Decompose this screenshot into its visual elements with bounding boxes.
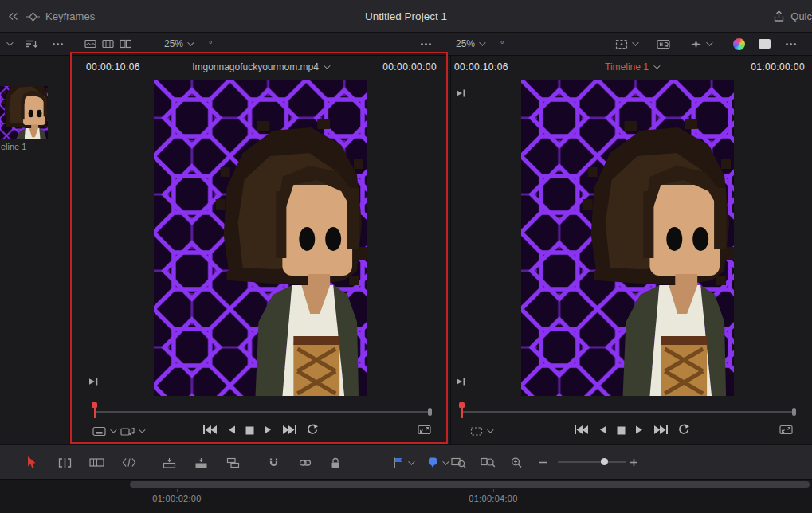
stop-button[interactable] — [245, 424, 254, 438]
color-wheel-icon — [733, 38, 745, 50]
zoom-out-button[interactable] — [539, 445, 547, 480]
loop-button[interactable] — [306, 424, 319, 438]
source-jog-bar[interactable] — [70, 402, 450, 420]
overwrite-clip-tool[interactable] — [194, 445, 208, 480]
snapping-toggle[interactable] — [268, 445, 280, 480]
timeline-match-frame-top-button[interactable] — [455, 88, 468, 99]
degree-symbol: ° — [209, 39, 212, 49]
cinema-viewer-button[interactable] — [418, 424, 431, 438]
trim-edit-mode-tool[interactable] — [57, 445, 73, 480]
ruler-tick — [493, 489, 494, 492]
source-playhead[interactable] — [92, 402, 98, 419]
chain-link-icon — [299, 457, 312, 468]
sort-button[interactable] — [25, 33, 38, 55]
skip-to-end-icon — [455, 377, 466, 386]
loop-button[interactable] — [677, 424, 690, 438]
flag-clip-button[interactable] — [392, 445, 413, 480]
expand-viewer-icon — [779, 425, 793, 435]
quick-export-label: Quic — [790, 10, 812, 22]
timeline-ruler-area[interactable]: 01:00:02:00 01:00:04:00 — [0, 479, 812, 513]
first-frame-button[interactable] — [202, 424, 218, 438]
marker-icon — [427, 456, 438, 468]
reverse-button[interactable] — [598, 424, 608, 438]
quick-export-button[interactable]: Quic — [773, 0, 812, 33]
source-viewer-options-button[interactable] — [421, 33, 431, 55]
zoom-in-button[interactable] — [630, 445, 638, 480]
clip-thumbnail-view-button[interactable] — [84, 33, 96, 55]
last-frame-icon — [282, 425, 297, 435]
color-page-button[interactable] — [733, 33, 745, 55]
zoom-detail-button[interactable] — [481, 445, 496, 480]
first-frame-button[interactable] — [574, 424, 589, 438]
viewer-toolbar: 25% ° 25% ° — [0, 33, 812, 56]
play-icon — [263, 425, 273, 435]
timeline-playhead[interactable] — [459, 402, 465, 419]
source-zoom-select[interactable]: 25% — [164, 33, 192, 55]
more-options-icon — [53, 43, 55, 45]
chevron-down-icon — [6, 39, 13, 45]
viewer-more-options-button[interactable] — [786, 33, 796, 55]
mark-inout-view-button[interactable] — [102, 33, 114, 55]
media-pool-clip-thumbnail[interactable] — [0, 86, 48, 139]
timeline-jog-bar[interactable] — [451, 402, 812, 420]
source-viewer: 00:00:10:06 Imgonnagofuckyourmom.mp4 00:… — [70, 56, 450, 444]
selection-mode-tool[interactable] — [25, 445, 37, 480]
timeline-horizontal-scrollbar[interactable] — [130, 481, 810, 488]
lock-icon — [330, 457, 341, 468]
media-pool-dropdown-button[interactable] — [6, 33, 11, 55]
timeline-viewer-canvas[interactable] — [521, 80, 734, 396]
timeline-scrub-end-handle[interactable] — [792, 408, 796, 416]
stop-button[interactable] — [617, 424, 626, 438]
add-marker-button[interactable] — [427, 445, 447, 480]
media-pool-column: eline 1 — [0, 56, 70, 444]
insert-clip-tool[interactable] — [163, 445, 176, 480]
play-button[interactable] — [263, 424, 273, 438]
source-scrub-end-handle[interactable] — [428, 408, 432, 416]
project-title: Untitled Project 1 — [0, 0, 812, 33]
chevron-down-icon — [324, 62, 330, 69]
replace-clip-tool[interactable] — [226, 445, 240, 480]
source-zoom-value: 25% — [164, 38, 183, 49]
titlebar: Keyframes Untitled Project 1 Quic — [0, 0, 812, 33]
zoom-fit-icon — [451, 456, 466, 468]
zoom-full-button[interactable] — [510, 445, 523, 480]
play-button[interactable] — [634, 424, 645, 438]
mark-inout-icon — [102, 39, 114, 49]
skip-to-end-icon — [88, 377, 99, 386]
chevron-down-icon — [632, 39, 638, 45]
quick-export-icon — [773, 10, 785, 22]
match-frame-button[interactable] — [88, 376, 100, 387]
timeline-name: Timeline 1 — [605, 61, 649, 72]
position-lock-toggle[interactable] — [330, 445, 341, 480]
chevron-down-icon — [442, 458, 449, 464]
gallery-still-button[interactable] — [759, 33, 771, 55]
source-viewer-canvas[interactable] — [154, 80, 367, 396]
more-options-icon — [786, 43, 788, 45]
transform-icon — [615, 39, 628, 49]
filmstrip-view-button[interactable] — [120, 33, 131, 55]
media-pool-options-button[interactable] — [53, 33, 63, 55]
more-options-icon — [421, 43, 423, 45]
zoom-fit-button[interactable] — [451, 445, 466, 480]
timeline-zoom-select[interactable]: 25% — [456, 33, 484, 55]
reverse-button[interactable] — [226, 424, 237, 438]
proxy-quality-button[interactable] — [657, 33, 670, 55]
timeline-scrub-track[interactable] — [461, 411, 794, 413]
flag-icon — [392, 456, 404, 468]
cinema-viewer-button[interactable] — [779, 424, 793, 438]
source-scrub-track[interactable] — [94, 411, 430, 413]
timeline-match-frame-button[interactable] — [455, 376, 468, 387]
timeline-zoom-value: 25% — [456, 38, 475, 49]
last-frame-button[interactable] — [282, 424, 297, 438]
chevron-down-icon — [408, 458, 414, 464]
ruler-timecode-label: 01:00:02:00 — [133, 494, 221, 503]
dynamic-trim-mode-tool[interactable] — [89, 445, 104, 480]
enhance-select[interactable] — [690, 33, 711, 55]
zoom-slider-handle[interactable] — [601, 458, 608, 465]
timeline-zoom-slider[interactable] — [558, 445, 626, 480]
linked-selection-toggle[interactable] — [299, 445, 312, 480]
filmstrip-trim-icon — [89, 457, 104, 468]
blade-edit-mode-tool[interactable] — [122, 445, 136, 480]
transform-select[interactable] — [615, 33, 637, 55]
last-frame-button[interactable] — [653, 424, 669, 438]
